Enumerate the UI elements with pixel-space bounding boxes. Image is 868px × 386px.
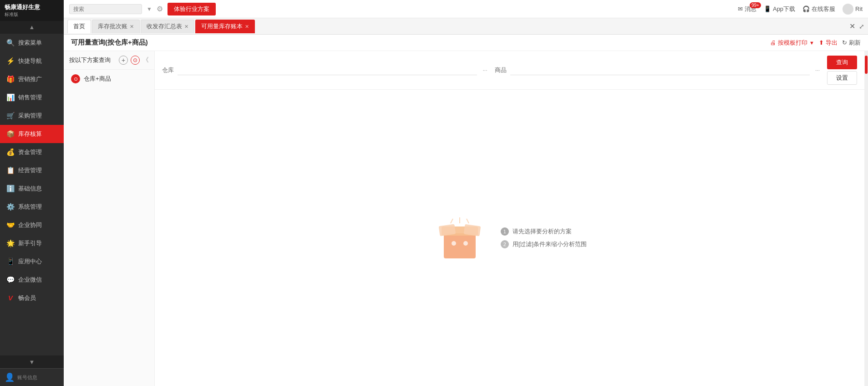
filter-header-actions: + ⊙ 《	[119, 56, 149, 65]
product-field: 商品 ···	[495, 65, 820, 75]
sidebar-item-sales[interactable]: 📊 销售管理	[0, 88, 64, 107]
filter-panel: 按以下方案查询 + ⊙ 《 ⊙ 仓库+商品	[64, 51, 155, 386]
sidebar-item-search[interactable]: 🔍 搜索菜单	[0, 34, 64, 52]
refresh-label: 刷新	[849, 39, 861, 47]
search-icon: 🔍	[6, 39, 15, 47]
user-menu-btn[interactable]: Rit	[843, 4, 863, 15]
close-window-icon[interactable]: ✕	[849, 22, 855, 31]
hint-num-1: 1	[501, 227, 509, 236]
tab-batch-close[interactable]: ✕	[130, 24, 134, 30]
filter-settings-btn[interactable]: ⊙	[131, 56, 140, 65]
sidebar-item-member[interactable]: V 畅会员	[0, 289, 64, 307]
topbar-right: ✉ 消息 99+ 📱 App下载 🎧 在线客服 Rit	[738, 4, 863, 15]
right-scrollbar[interactable]	[864, 51, 868, 386]
query-buttons: 查询 设置	[827, 56, 857, 85]
expand-icon[interactable]: ⤢	[859, 23, 864, 30]
sidebar-item-purchase[interactable]: 🛒 采购管理	[0, 107, 64, 125]
export-btn[interactable]: ⬆ 导出	[819, 39, 838, 47]
tab-batch[interactable]: 库存批次账 ✕	[92, 20, 140, 33]
tabs-right-actions: ✕ ⤢	[849, 22, 864, 31]
print-chevron-icon: ▼	[809, 40, 814, 46]
sidebar-item-newbie[interactable]: 🌟 新手引导	[0, 234, 64, 252]
empty-hints: 1 请先选择要分析的方案 2 用[过滤]条件来缩小分析范围	[501, 227, 587, 248]
sidebar-item-label: 系统管理	[18, 203, 42, 211]
message-icon: ✉	[738, 5, 743, 12]
sidebar-item-label: 应用中心	[18, 257, 42, 266]
empty-state: 1 请先选择要分析的方案 2 用[过滤]条件来缩小分析范围	[155, 90, 864, 386]
hint-num-2: 2	[501, 240, 509, 248]
svg-line-7	[467, 219, 469, 223]
sidebar-item-inventory[interactable]: 📦 库存核算	[0, 125, 64, 143]
chevron-down-icon[interactable]: ▼	[147, 6, 152, 12]
export-label: 导出	[826, 39, 838, 47]
filter-header: 按以下方案查询 + ⊙ 《	[64, 51, 154, 70]
query-btn[interactable]: 查询	[827, 56, 857, 69]
sidebar-scroll-down[interactable]: ▼	[0, 355, 64, 368]
app-download-btn[interactable]: 📱 App下载	[764, 5, 795, 13]
product-label: 商品	[495, 66, 507, 74]
sidebar-item-quicknav[interactable]: ⚡ 快捷导航	[0, 52, 64, 70]
newbie-icon: 🌟	[6, 239, 15, 247]
gear-icon[interactable]: ⚙	[157, 5, 163, 13]
query-form: 仓库 ··· 商品 ··· 查询 设置	[155, 51, 864, 90]
tab-summary[interactable]: 收发存汇总表 ✕	[141, 20, 194, 33]
scrollbar-thumb	[865, 56, 868, 74]
refresh-btn[interactable]: ↻ 刷新	[842, 39, 861, 47]
sidebar-item-finance[interactable]: 💰 资金管理	[0, 143, 64, 161]
product-input[interactable]	[510, 65, 810, 75]
sidebar-item-basic[interactable]: ℹ️ 基础信息	[0, 180, 64, 198]
filter-collapse-icon[interactable]: 《	[142, 56, 149, 64]
tab-available[interactable]: 可用量库存账本 ✕	[195, 20, 255, 33]
tab-summary-close[interactable]: ✕	[184, 24, 188, 30]
filter-item-warehouse-product[interactable]: ⊙ 仓库+商品	[64, 70, 154, 88]
warehouse-input[interactable]	[178, 65, 477, 75]
filter-item-label: 仓库+商品	[84, 75, 111, 83]
sidebar-footer: 👤 账号信息	[0, 368, 64, 386]
tab-available-label: 可用量库存账本	[201, 22, 243, 31]
sales-icon: 📊	[6, 93, 15, 102]
app-version: 标准版	[5, 11, 59, 17]
tab-home[interactable]: 首页	[67, 20, 91, 33]
sidebar-item-label: 营销推广	[18, 75, 42, 83]
enterprise-icon: 🤝	[6, 221, 15, 229]
sidebar-item-marketing[interactable]: 🎁 营销推广	[0, 70, 64, 88]
empty-illustration	[432, 211, 487, 265]
sidebar-scroll-up[interactable]: ▲	[0, 21, 64, 34]
sidebar-item-label: 资金管理	[18, 148, 42, 156]
empty-state-inner: 1 请先选择要分析的方案 2 用[过滤]条件来缩小分析范围	[432, 211, 587, 265]
sidebar-item-system[interactable]: ⚙️ 系统管理	[0, 198, 64, 216]
operations-icon: 📋	[6, 166, 15, 175]
export-icon: ⬆	[819, 39, 824, 46]
empty-hint-1: 1 请先选择要分析的方案	[501, 227, 587, 236]
filter-header-label: 按以下方案查询	[69, 56, 111, 64]
filter-item-icon: ⊙	[71, 74, 80, 83]
sidebar-item-label: 搜索菜单	[18, 39, 42, 47]
sidebar-item-label: 经营管理	[18, 166, 42, 175]
sidebar-item-wechat[interactable]: 💬 企业微信	[0, 271, 64, 289]
sidebar-item-label: 销售管理	[18, 93, 42, 102]
warehouse-more-btn[interactable]: ···	[482, 67, 487, 73]
wechat-icon: 💬	[6, 276, 15, 284]
svg-point-5	[463, 241, 468, 246]
topbar-search-input[interactable]	[69, 4, 142, 14]
industry-btn[interactable]: 体验行业方案	[168, 3, 216, 15]
product-more-btn[interactable]: ···	[815, 67, 820, 73]
sidebar-item-operations[interactable]: 📋 经营管理	[0, 161, 64, 180]
print-label: 按模板打印	[778, 39, 807, 47]
footer-user-label: 账号信息	[17, 374, 37, 381]
appstore-icon: 📱	[6, 257, 15, 266]
settings-btn[interactable]: 设置	[827, 71, 857, 85]
finance-icon: 💰	[6, 148, 15, 156]
print-btn[interactable]: 🖨 按模板打印 ▼	[770, 39, 814, 47]
sidebar-item-label: 企业微信	[18, 276, 42, 284]
tab-available-close[interactable]: ✕	[245, 24, 249, 30]
filter-add-btn[interactable]: +	[119, 56, 128, 65]
svg-line-8	[451, 219, 453, 223]
hint-text-2: 用[过滤]条件来缩小分析范围	[513, 240, 587, 248]
message-btn[interactable]: ✉ 消息 99+	[738, 5, 756, 13]
sidebar-item-label: 库存核算	[18, 130, 42, 138]
sidebar-item-appstore[interactable]: 📱 应用中心	[0, 252, 64, 271]
sidebar-item-enterprise[interactable]: 🤝 企业协同	[0, 216, 64, 234]
support-btn[interactable]: 🎧 在线客服	[802, 5, 835, 13]
support-icon: 🎧	[802, 5, 810, 12]
